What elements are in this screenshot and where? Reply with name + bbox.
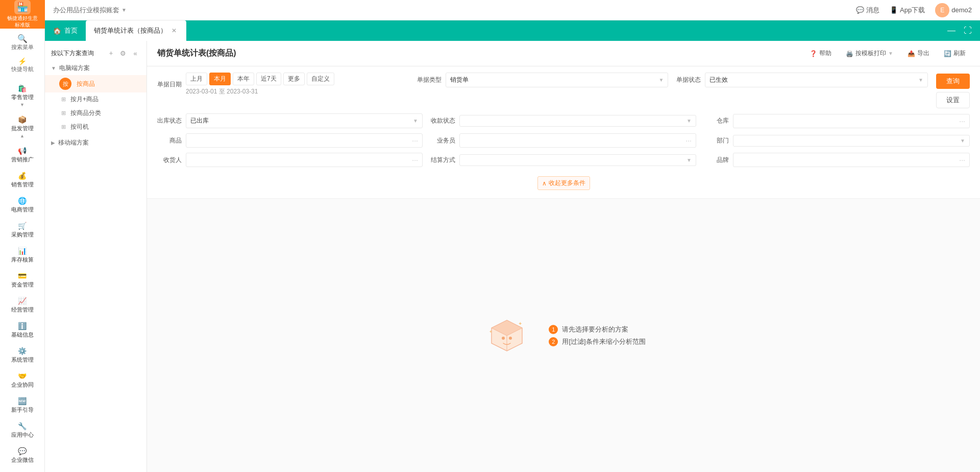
expand-arrow-icon: ▼ [51, 65, 56, 71]
out-status-label: 出库状态 [157, 116, 182, 125]
app-logo[interactable]: 🏪 畅捷通好生意 标准版 [0, 0, 45, 29]
message-icon: 💬 [856, 6, 864, 14]
refresh-btn[interactable]: 🔄 刷新 [940, 47, 970, 60]
tip-num-1: 1 [549, 325, 558, 334]
sidebar-item-system[interactable]: ⚙️ 系统管理 [0, 343, 44, 368]
warehouse-dots-icon[interactable]: ··· [959, 117, 965, 125]
sidebar-item-member[interactable]: 👑 畅会员 [0, 468, 44, 472]
sidebar: 🏪 畅捷通好生意 标准版 🔍 按以下方案查询 搜索菜单 ⚡ 快捷导航 🛍️ 零售… [0, 0, 45, 472]
workspace-dropdown-icon: ▼ [121, 7, 127, 13]
search-btn[interactable]: 查询 [936, 74, 970, 89]
department-select[interactable]: ▼ [733, 135, 970, 147]
date-btn-more[interactable]: 更多 [283, 73, 305, 85]
payment-status-select[interactable]: ▼ [459, 115, 696, 127]
sidebar-search[interactable]: 🔍 按以下方案查询 搜索菜单 [0, 29, 44, 54]
workspace-title[interactable]: 办公用品行业模拟账套 ▼ [53, 6, 127, 15]
out-status-chevron-icon: ▼ [413, 118, 418, 124]
date-btn-last-month[interactable]: 上月 [186, 73, 207, 85]
svg-point-3 [502, 337, 505, 340]
warehouse-input[interactable]: ··· [733, 114, 970, 128]
filter-area: 单据日期 上月 本月 本年 近7天 更多 自定义 2023-03-01 至 20… [147, 66, 980, 199]
empty-state-container: ✦ ✦ 1 请先选择要分析的方案 2 用[过滤]条件来缩小分析范围 [481, 310, 645, 361]
sidebar-item-inventory[interactable]: 📊 库存核算 [0, 243, 44, 268]
tab-maximize-btn[interactable]: ⛶ [962, 24, 974, 37]
tab-close-btn[interactable]: ✕ [170, 27, 178, 35]
app-name: 畅捷通好生意 [7, 15, 38, 21]
doc-status-chevron-icon: ▼ [918, 77, 923, 83]
doc-status-select[interactable]: 已生效 ▼ [705, 73, 928, 87]
search-text: 搜索菜单 [11, 44, 34, 50]
collapse-icon: ∧ [542, 180, 547, 187]
tab-home[interactable]: 🏠 首页 [45, 20, 86, 41]
settings-scheme-btn[interactable]: ⚙ [118, 48, 128, 58]
collapse-btn[interactable]: ∧ 收起更多条件 [537, 176, 590, 190]
department-label: 部门 [704, 136, 729, 145]
date-btn-this-month[interactable]: 本月 [209, 73, 231, 85]
date-btn-custom[interactable]: 自定义 [307, 73, 334, 85]
tab-minimize-btn[interactable]: — [945, 24, 958, 37]
sidebar-item-ecommerce[interactable]: 🌐 电商管理 [0, 193, 44, 218]
sidebar-item-wholesale[interactable]: 📦 批发管理 ▲ [0, 111, 44, 143]
tree-section-mobile-label[interactable]: ▶ 移动端方案 [45, 136, 146, 150]
sidebar-item-cooperation[interactable]: 🤝 企业协同 [0, 368, 44, 393]
sidebar-item-guide[interactable]: 🆕 新手引导 [0, 393, 44, 418]
add-scheme-btn[interactable]: ＋ [106, 48, 116, 58]
filter-collapse-row: ∧ 收起更多条件 [157, 172, 970, 192]
grid-icon-3: ⊞ [59, 123, 67, 131]
grid-icon-2: ⊞ [59, 109, 67, 117]
app-download-btn[interactable]: 📱 App下载 [890, 6, 925, 15]
tree-item-by-driver[interactable]: ⊞ 按司机 [45, 120, 146, 134]
tree-section-pc: ▼ 电脑端方案 按 按商品 ⊞ 按月+商品 ⊞ 按商品分类 ⊞ 按司机 [45, 61, 146, 134]
refresh-icon: 🔄 [944, 50, 951, 57]
doc-type-select[interactable]: 销货单 ▼ [446, 73, 669, 87]
doc-type-chevron-icon: ▼ [658, 77, 664, 83]
sidebar-item-retail[interactable]: 🛍️ 零售管理 ▼ [0, 80, 44, 111]
tree-section-pc-label[interactable]: ▼ 电脑端方案 [45, 61, 146, 75]
tree-item-by-month-product[interactable]: ⊞ 按月+商品 [45, 92, 146, 106]
date-btn-last-7days[interactable]: 近7天 [256, 73, 281, 85]
brand-dots-icon[interactable]: ··· [959, 156, 965, 164]
print-btn[interactable]: 🖨️ 按模板打印 ▼ [842, 47, 897, 60]
sidebar-item-marketing[interactable]: 📢 营销推广 [0, 143, 44, 168]
sidebar-item-wechat[interactable]: 💬 企业微信 [0, 443, 44, 468]
sidebar-item-finance[interactable]: 💳 资金管理 [0, 268, 44, 293]
collapse-panel-btn[interactable]: « [130, 48, 140, 58]
salesperson-input[interactable]: ··· [459, 133, 696, 148]
tree-item-by-product[interactable]: 按 按商品 [45, 75, 146, 92]
gear-icon: ⚙ [120, 50, 126, 57]
svg-text:✦: ✦ [489, 329, 493, 334]
product-dots-icon[interactable]: ··· [412, 136, 418, 145]
sidebar-item-operations[interactable]: 📈 经营管理 [0, 293, 44, 318]
help-btn[interactable]: ❓ 帮助 [805, 47, 836, 60]
receiver-label: 收货人 [157, 156, 182, 164]
date-btn-this-year[interactable]: 本年 [233, 73, 254, 85]
user-avatar: E [935, 3, 949, 17]
payment-status-chevron-icon: ▼ [687, 118, 692, 124]
svg-point-4 [509, 337, 512, 340]
message-btn[interactable]: 💬 消息 [856, 6, 879, 15]
quick-nav-btn[interactable]: ⚡ 快捷导航 [0, 54, 44, 76]
salesperson-dots-icon[interactable]: ··· [685, 136, 692, 145]
app-subtitle: 标准版 [15, 21, 30, 29]
sidebar-item-sales[interactable]: 💰 销售管理 [0, 168, 44, 193]
product-input[interactable]: ··· [186, 133, 423, 148]
export-btn[interactable]: 📤 导出 [903, 47, 934, 60]
print-dropdown-icon: ▼ [888, 51, 893, 56]
empty-tips: 1 请先选择要分析的方案 2 用[过滤]条件来缩小分析范围 [549, 325, 645, 346]
home-icon: 🏠 [53, 27, 61, 35]
brand-input[interactable]: ··· [733, 153, 970, 167]
payment-method-select[interactable]: ▼ [459, 154, 696, 166]
receiver-input[interactable]: ··· [186, 153, 423, 167]
salesperson-label: 业务员 [431, 136, 455, 145]
receiver-dots-icon[interactable]: ··· [412, 156, 418, 164]
sidebar-item-basic[interactable]: ℹ️ 基础信息 [0, 318, 44, 343]
out-status-select[interactable]: 已出库 ▼ [186, 113, 423, 128]
sidebar-item-purchase[interactable]: 🛒 采购管理 [0, 218, 44, 243]
left-panel-icons: ＋ ⚙ « [106, 48, 140, 58]
settings-btn[interactable]: 设置 [936, 92, 970, 108]
chevron-left-icon: « [133, 50, 137, 57]
tab-sales-report[interactable]: 销货单统计表（按商品） ✕ [86, 20, 186, 41]
sidebar-item-apps[interactable]: 🔧 应用中心 [0, 418, 44, 443]
tree-item-by-category[interactable]: ⊞ 按商品分类 [45, 106, 146, 120]
user-profile-btn[interactable]: E demo2 [935, 3, 972, 17]
